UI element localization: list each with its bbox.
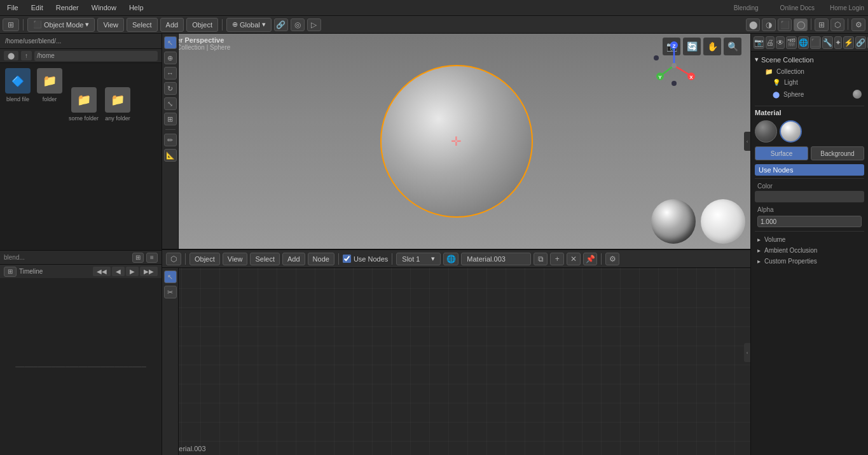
- tool-btn1[interactable]: ▷: [307, 18, 321, 31]
- rp-tab-constraints[interactable]: 🔗: [855, 36, 866, 49]
- proportional-btn[interactable]: ◎: [291, 18, 305, 31]
- vp-tool-cursor[interactable]: ⊕: [164, 52, 177, 64]
- pan-btn[interactable]: ✋: [703, 38, 721, 55]
- use-nodes-item[interactable]: Use Nodes: [755, 164, 864, 176]
- object-btn[interactable]: Object: [186, 18, 218, 32]
- ne-tool-select[interactable]: ↖: [164, 270, 177, 283]
- background-tab-btn[interactable]: Background: [811, 146, 864, 160]
- scene-item-sphere[interactable]: ⬤ Sphere: [770, 88, 864, 101]
- transform-global[interactable]: ⊕ Global ▾: [226, 18, 272, 32]
- ne-settings-btn[interactable]: ⚙: [605, 253, 619, 265]
- left-icon-btn1[interactable]: ⊞: [132, 253, 144, 263]
- xray-btn[interactable]: ⬡: [830, 18, 844, 31]
- ne-object-btn[interactable]: Object: [189, 253, 220, 265]
- ne-node-btn[interactable]: Node: [308, 253, 334, 265]
- color-field-rp[interactable]: [755, 191, 864, 202]
- vp-tool-annotate[interactable]: ✏: [164, 134, 177, 146]
- ne-editor-type[interactable]: ⬡: [166, 253, 181, 265]
- left-nav-btn[interactable]: ⬤: [4, 51, 18, 60]
- node-editor[interactable]: ⬡ Object View Select Add Node Use Nodes …: [162, 250, 750, 455]
- viewport-3d[interactable]: User Perspective (1) Collection | Sphere…: [162, 34, 750, 250]
- file-item-folder3[interactable]: 📁 any folder: [105, 87, 130, 122]
- file-item-folder1[interactable]: 📁 folder: [37, 68, 62, 122]
- overlay-btn[interactable]: ⊞: [815, 18, 829, 31]
- add-btn[interactable]: Add: [160, 18, 184, 32]
- playback-next[interactable]: ▶▶: [140, 267, 158, 276]
- menu-help[interactable]: Help: [126, 4, 147, 11]
- mode-selector[interactable]: ⬛ Object Mode ▾: [27, 18, 95, 32]
- scene-item-collection[interactable]: 📁 Collection: [762, 66, 864, 77]
- vp-tool-transform[interactable]: ⊞: [164, 113, 177, 125]
- editor-type-btn[interactable]: ⊞: [3, 18, 19, 31]
- timeline-area: ─────────────────────────────: [0, 278, 162, 455]
- rp-tab-view[interactable]: 👁: [776, 36, 785, 49]
- panel-collapse-btn[interactable]: ‹: [744, 132, 750, 151]
- surface-bg-tabs: Surface Background: [755, 146, 864, 160]
- file-item-blender[interactable]: 🔷 blend file: [5, 68, 31, 122]
- ne-close-btn[interactable]: ✕: [567, 253, 581, 265]
- snap-btn[interactable]: 🔗: [274, 18, 288, 31]
- vp-tool-rotate[interactable]: ↻: [164, 82, 177, 95]
- left-panel: /home/user/blend/... ⬤ ↑ /home 🔷 blend f…: [0, 34, 162, 455]
- left-icon-btn2[interactable]: ≡: [146, 253, 158, 263]
- scene-item-light[interactable]: 💡 Light: [770, 77, 864, 88]
- rp-tab-render[interactable]: 📷: [754, 36, 764, 49]
- use-nodes-checkbox[interactable]: [343, 255, 351, 263]
- path-input[interactable]: /home: [34, 51, 158, 61]
- material-selector[interactable]: Material.003: [461, 253, 531, 265]
- timeline-label: Timeline: [19, 268, 43, 275]
- slot-chevron: ▾: [431, 255, 435, 263]
- select-btn[interactable]: Select: [127, 18, 158, 32]
- ne-panel-collapse-btn[interactable]: ‹: [744, 343, 750, 362]
- viewport-shading-btn2[interactable]: ◑: [762, 18, 776, 31]
- ne-copy-btn[interactable]: ⧉: [534, 253, 548, 265]
- playback-play[interactable]: ▶: [126, 267, 139, 276]
- rp-tab-physics[interactable]: ⚡: [843, 36, 854, 49]
- mat-preview-2[interactable]: [780, 120, 802, 143]
- menu-render[interactable]: Render: [53, 4, 82, 11]
- vp-tool-move[interactable]: ↔: [164, 67, 177, 80]
- volume-subsection[interactable]: ▸ Volume: [755, 234, 864, 245]
- menu-file[interactable]: File: [4, 4, 22, 11]
- playback-start[interactable]: ◀◀: [93, 267, 111, 276]
- center-area: User Perspective (1) Collection | Sphere…: [162, 34, 750, 455]
- vp-tool-measure[interactable]: 📐: [164, 149, 177, 162]
- rp-tab-modifier[interactable]: 🔧: [822, 36, 833, 49]
- ne-tool-cut[interactable]: ✂: [164, 286, 177, 298]
- rp-tab-world[interactable]: 🌐: [798, 36, 809, 49]
- tool-settings-btn[interactable]: ⚙: [851, 18, 865, 31]
- ne-select-btn[interactable]: Select: [250, 253, 280, 265]
- main-layout: /home/user/blend/... ⬤ ↑ /home 🔷 blend f…: [0, 34, 868, 455]
- menu-edit[interactable]: Edit: [28, 4, 46, 11]
- ne-add-btn[interactable]: Add: [282, 253, 305, 265]
- mat-preview-1[interactable]: [755, 120, 777, 143]
- rp-tab-scene[interactable]: 🎬: [786, 36, 797, 49]
- file-item-folder2[interactable]: 📁 some folder: [69, 87, 99, 122]
- editor-type2[interactable]: ⊞: [4, 267, 17, 277]
- zoom-btn[interactable]: 🔍: [724, 38, 741, 55]
- alpha-input[interactable]: [757, 216, 862, 227]
- rp-tab-particles[interactable]: ✦: [834, 36, 842, 49]
- menu-window[interactable]: Window: [88, 4, 120, 11]
- collection-label: Collection: [776, 68, 804, 75]
- ne-world-icon[interactable]: 🌐: [443, 253, 458, 265]
- left-up-btn[interactable]: ↑: [21, 51, 32, 60]
- surface-tab-btn[interactable]: Surface: [755, 146, 808, 160]
- ne-new-btn[interactable]: +: [550, 253, 564, 265]
- viewport-shading-btn3[interactable]: ⬛: [778, 18, 792, 31]
- rp-tab-object[interactable]: ⬛: [810, 36, 821, 49]
- rp-tab-output[interactable]: 🖨: [766, 36, 775, 49]
- expand-icon4: ▸: [757, 258, 761, 265]
- ao-subsection[interactable]: ▸ Ambient Occlusion: [755, 245, 864, 256]
- view-btn[interactable]: View: [97, 18, 124, 32]
- viewport-shading-btn1[interactable]: ⬤: [746, 18, 760, 31]
- custom-props-subsection[interactable]: ▸ Custom Properties: [755, 256, 864, 267]
- ne-view-btn[interactable]: View: [223, 253, 248, 265]
- viewport-shading-btn4[interactable]: ◯: [794, 18, 808, 31]
- ne-pin-btn[interactable]: 📌: [583, 253, 597, 265]
- playback-prev[interactable]: ◀: [112, 267, 125, 276]
- vp-tool-select[interactable]: ↖: [164, 36, 177, 49]
- vp-tool-scale[interactable]: ⤡: [164, 97, 177, 110]
- chevron-down-icon: ▾: [85, 20, 89, 29]
- slot-selector[interactable]: Slot 1 ▾: [396, 253, 441, 265]
